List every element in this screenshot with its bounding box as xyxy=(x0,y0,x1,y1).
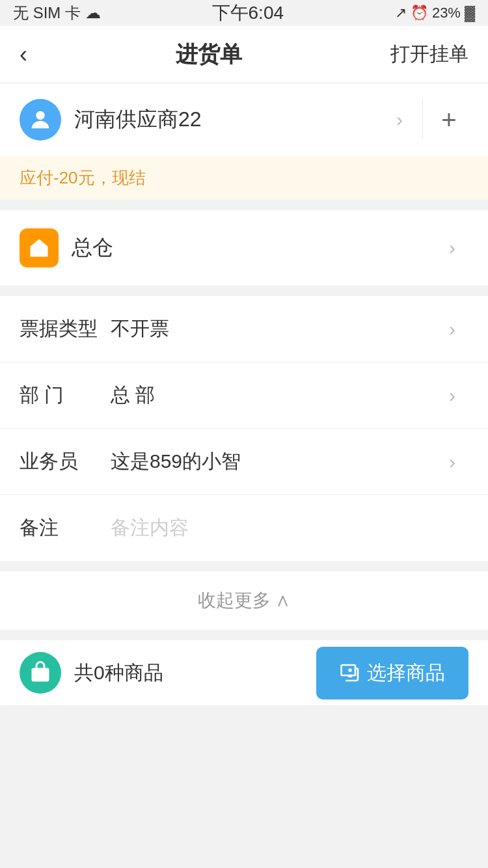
warehouse-chevron-icon: › xyxy=(449,237,455,259)
product-count-label: 共0种商品 xyxy=(74,660,316,686)
department-label: 部 门 xyxy=(20,382,104,409)
invoice-type-row[interactable]: 票据类型 不开票 › xyxy=(0,296,488,362)
supplier-avatar xyxy=(20,99,61,141)
alarm-icon: ⏰ xyxy=(411,5,428,21)
invoice-type-label: 票据类型 xyxy=(20,316,104,342)
remark-label: 备注 xyxy=(20,515,104,541)
remark-input[interactable]: 备注内容 xyxy=(104,515,468,541)
page-title: 进货单 xyxy=(176,40,242,70)
content: 河南供应商22 › + 应付-20元，现结 总仓 › 票据类型 不开票 › 部 … xyxy=(0,83,488,868)
remark-row[interactable]: 备注 备注内容 xyxy=(0,495,488,561)
location-icon: ↗ xyxy=(395,5,407,21)
warehouse-icon xyxy=(20,228,59,267)
select-product-label: 选择商品 xyxy=(367,660,445,686)
status-time: 下午6:04 xyxy=(212,1,284,25)
form-section: 票据类型 不开票 › 部 门 总 部 › 业务员 这是859的小智 › 备注 备… xyxy=(0,296,488,561)
product-icon xyxy=(20,652,61,694)
person-icon xyxy=(27,107,53,133)
salesperson-row[interactable]: 业务员 这是859的小智 › xyxy=(0,429,488,495)
status-right: ↗ ⏰ 23% ▓ xyxy=(395,5,475,21)
salesperson-chevron-icon: › xyxy=(449,451,455,473)
select-product-icon xyxy=(340,662,360,683)
battery-label: 23% xyxy=(432,5,461,21)
supplier-name: 河南供应商22 xyxy=(74,105,202,134)
department-chevron-icon: › xyxy=(449,385,455,407)
gray-area xyxy=(0,705,488,868)
select-product-button[interactable]: 选择商品 xyxy=(316,647,468,699)
status-left: 无 SIM 卡 ☁ xyxy=(13,3,101,23)
status-bar: 无 SIM 卡 ☁ 下午6:04 ↗ ⏰ 23% ▓ xyxy=(0,0,488,26)
bottom-bar: 共0种商品 选择商品 xyxy=(0,640,488,705)
salesperson-label: 业务员 xyxy=(20,448,104,475)
sim-label: 无 SIM 卡 ☁ xyxy=(13,3,101,23)
add-supplier-button[interactable]: + xyxy=(429,100,468,139)
supplier-chevron-icon: › xyxy=(396,109,403,131)
supplier-section: 河南供应商22 › + 应付-20元，现结 xyxy=(0,83,488,200)
invoice-type-value: 不开票 xyxy=(104,316,449,342)
warehouse-name: 总仓 xyxy=(72,234,449,262)
nav-bar: ‹ 进货单 打开挂单 xyxy=(0,26,488,83)
home-icon xyxy=(27,236,51,260)
svg-rect-1 xyxy=(32,668,49,682)
battery-icon: ▓ xyxy=(465,5,475,21)
department-value: 总 部 xyxy=(104,382,449,409)
supplier-row[interactable]: 河南供应商22 › + xyxy=(0,83,488,156)
invoice-type-chevron-icon: › xyxy=(449,318,455,340)
department-row[interactable]: 部 门 总 部 › xyxy=(0,362,488,429)
salesperson-value: 这是859的小智 xyxy=(104,448,449,475)
back-button[interactable]: ‹ xyxy=(20,41,27,68)
svg-point-3 xyxy=(348,668,351,671)
open-pending-button[interactable]: 打开挂单 xyxy=(390,41,468,68)
svg-point-0 xyxy=(36,111,44,120)
collapse-toggle[interactable]: 收起更多 ∧ xyxy=(0,571,488,630)
divider xyxy=(422,100,423,139)
warehouse-row[interactable]: 总仓 › xyxy=(0,210,488,286)
supplier-left: 河南供应商22 xyxy=(20,99,396,141)
shopping-bag-icon xyxy=(29,661,52,685)
notice-bar: 应付-20元，现结 xyxy=(0,156,488,200)
